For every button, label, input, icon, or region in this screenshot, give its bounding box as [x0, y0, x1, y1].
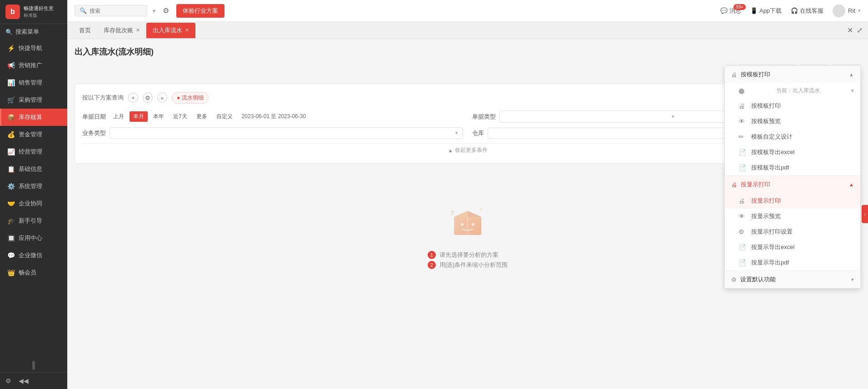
topbar-message[interactable]: 💬 消息 99+ — [720, 7, 741, 15]
industry-solution-button[interactable]: 体验行业方案 — [176, 4, 224, 18]
sidebar-nav: ⚡ 快捷导航 📢 营销推广 📊 销售管理 🛒 采购管理 📦 库存核算 💰 资金管… — [0, 40, 67, 359]
sidebar-item-operation[interactable]: 📈 经营管理 — [0, 143, 67, 160]
filter-tag-stream[interactable]: ● 流水明细 — [172, 92, 209, 104]
topbar-gear-icon[interactable]: ⚙ — [163, 6, 169, 15]
sidebar-item-label: 资金管理 — [19, 130, 42, 139]
sidebar-item-purchase[interactable]: 🛒 采购管理 — [0, 91, 67, 109]
filter-date-tabs: 上月 本月 本年 近7天 更多 自定义 — [110, 111, 236, 122]
sidebar-bottom: ⚙ ◀◀ — [0, 372, 67, 389]
sidebar-item-member[interactable]: 👑 畅会员 — [0, 264, 67, 281]
sidebar-item-system[interactable]: ⚙️ 系统管理 — [0, 178, 67, 195]
sidebar-collapse-icon[interactable]: ◀◀ — [19, 377, 29, 384]
expand-arrow-icon: › — [864, 212, 865, 217]
date-tab-thisyear[interactable]: 本年 — [150, 111, 168, 122]
empty-tips: 1 请先选择要分析的方案 2 用[选]条件来缩小分析范围 — [428, 249, 508, 271]
sidebar-item-label: 营销推广 — [19, 61, 42, 70]
dropdown-current-template[interactable]: ⬤ 当前：出入库流水 ▾ — [725, 83, 860, 98]
tab-flow-close[interactable]: ✕ — [185, 27, 189, 33]
sidebar-item-appcenter[interactable]: 🔲 应用中心 — [0, 229, 67, 247]
sidebar-search[interactable]: 🔍 搜索菜单 — [0, 24, 67, 40]
dropdown-template-pdf[interactable]: 📄 按模板导出pdf — [725, 160, 860, 175]
sidebar-item-collab[interactable]: 🤝 企业协同 — [0, 195, 67, 212]
dropdown-display-pdf[interactable]: 📄 按显示导出pdf — [725, 255, 860, 270]
tip-text-2: 用[选]条件来缩小分析范围 — [439, 261, 508, 269]
collab-icon: 🤝 — [7, 200, 15, 207]
template-preview-icon: 👁 — [738, 118, 747, 125]
topbar-search-box[interactable]: 🔍 — [75, 5, 147, 16]
sidebar-item-label: 企业微信 — [19, 251, 42, 259]
dropdown-display-excel[interactable]: 📄 按显示导出excel — [725, 239, 860, 255]
filter-collapse-button[interactable]: « — [157, 93, 167, 103]
finance-icon: 💰 — [7, 131, 15, 138]
dropdown-default-header[interactable]: ⚙ 设置默认功能 ▾ — [725, 271, 860, 288]
dropdown-template-preview[interactable]: 👁 按模板预览 — [725, 114, 860, 129]
sidebar-item-wechat[interactable]: 💬 企业微信 — [0, 247, 67, 264]
empty-tip-2: 2 用[选]条件来缩小分析范围 — [428, 261, 508, 269]
dropdown-display-section: 🖨 按显示打印 ▲ 🖨 按显示打印 👁 按显示预览 ⚙ 按显示打印设置 — [725, 176, 860, 271]
sidebar: b 畅捷通好生意 标准版 🔍 搜索菜单 ⚡ 快捷导航 📢 营销推广 📊 销售管理… — [0, 0, 67, 389]
dropdown-template-print[interactable]: 🖨 按模板打印 — [725, 98, 860, 114]
filter-biz-select[interactable]: ▾ — [110, 127, 463, 139]
page-content: 出入库流水(流水明细) 🖨 按模板打印 ▲ ↑ 导出 ↻ 刷新 按以下方案查询 … — [67, 39, 868, 389]
filter-add-button[interactable]: + — [128, 93, 138, 103]
topbar: 🔍 ▾ ⚙ 体验行业方案 💬 消息 99+ 📱 App下载 🎧 在线客服 Rit — [67, 0, 868, 22]
dropdown-display-print-icon: 🖨 — [731, 181, 737, 188]
tip-text-1: 请先选择要分析的方案 — [439, 251, 499, 259]
topbar-search-input[interactable] — [90, 8, 142, 14]
sidebar-item-inventory[interactable]: 📦 库存核算 — [0, 109, 67, 126]
tab-expand-button[interactable]: ⤢ — [857, 26, 863, 35]
marketing-icon: 📢 — [7, 62, 15, 69]
app-logo-icon: b — [5, 5, 20, 19]
display-print-settings-icon: ⚙ — [738, 228, 747, 235]
dropdown-template-custom[interactable]: ✏ 模板自定义设计 — [725, 129, 860, 145]
date-tab-thismonth[interactable]: 本月 — [130, 111, 148, 122]
sales-icon: 📊 — [7, 79, 15, 86]
filter-date-field: 单据日期 上月 本月 本年 近7天 更多 自定义 2023-06-01 至 20… — [82, 111, 463, 122]
sidebar-settings-icon[interactable]: ⚙ — [5, 377, 11, 384]
quicknav-icon: ⚡ — [7, 45, 15, 52]
search-icon: 🔍 — [5, 29, 13, 35]
sidebar-item-basic[interactable]: 📋 基础信息 — [0, 160, 67, 178]
sidebar-item-guide[interactable]: 🎓 新手引导 — [0, 212, 67, 229]
topbar-online-service[interactable]: 🎧 在线客服 — [791, 7, 823, 15]
tab-batch[interactable]: 库存批次账 ✕ — [97, 23, 146, 38]
sidebar-item-label: 经营管理 — [19, 148, 42, 156]
tip-num-1: 1 — [428, 251, 436, 259]
date-tab-more[interactable]: 更多 — [193, 111, 211, 122]
topbar-user[interactable]: Rit ▾ — [833, 5, 861, 17]
dropdown-display-preview[interactable]: 👁 按显示预览 — [725, 209, 860, 224]
sidebar-item-quicknav[interactable]: ⚡ 快捷导航 — [0, 40, 67, 57]
tab-home[interactable]: 首页 — [73, 23, 97, 38]
template-print-label: 按模板打印 — [751, 102, 781, 110]
date-tab-lastmonth[interactable]: 上月 — [110, 111, 128, 122]
dropdown-template-excel[interactable]: 📄 按模板导出excel — [725, 145, 860, 160]
member-icon: 👑 — [7, 269, 15, 276]
sidebar-item-sales[interactable]: 📊 销售管理 — [0, 74, 67, 91]
guide-icon: 🎓 — [7, 217, 15, 224]
dropdown-template-header[interactable]: 🖨 按模板打印 ▲ — [725, 66, 860, 83]
template-print-icon: 🖨 — [738, 102, 747, 110]
tab-batch-close[interactable]: ✕ — [136, 27, 140, 33]
svg-text:?: ? — [479, 207, 483, 214]
tab-close-all-button[interactable]: ✕ — [847, 26, 853, 35]
sidebar-item-label: 库存核算 — [19, 113, 42, 121]
operation-icon: 📈 — [7, 148, 15, 155]
date-tab-last7[interactable]: 近7天 — [170, 111, 191, 122]
dropdown-display-header[interactable]: 🖨 按显示打印 ▲ — [725, 176, 860, 193]
sidebar-item-finance[interactable]: 💰 资金管理 — [0, 126, 67, 143]
filter-settings-button[interactable]: ⚙ — [143, 93, 153, 103]
topbar-app-download[interactable]: 📱 App下载 — [750, 7, 782, 15]
system-icon: ⚙️ — [7, 183, 15, 190]
date-tab-custom[interactable]: 自定义 — [213, 111, 236, 122]
dropdown-display-print[interactable]: 🖨 按显示打印 — [725, 193, 860, 209]
template-preview-label: 按模板预览 — [751, 117, 781, 125]
sidebar-item-marketing[interactable]: 📢 营销推广 — [0, 57, 67, 74]
filter-warehouse-label: 仓库 — [472, 129, 484, 137]
sidebar-scroll-bar[interactable] — [32, 361, 35, 370]
dropdown-display-print-settings[interactable]: ⚙ 按显示打印设置 — [725, 224, 860, 239]
tab-flow[interactable]: 出入库流水 ✕ — [146, 23, 195, 38]
right-expand-button[interactable]: › — [862, 205, 868, 223]
user-chevron-icon: ▾ — [858, 8, 861, 14]
topbar-search-chevron[interactable]: ▾ — [153, 8, 155, 14]
tab-flow-label: 出入库流水 — [153, 26, 182, 35]
